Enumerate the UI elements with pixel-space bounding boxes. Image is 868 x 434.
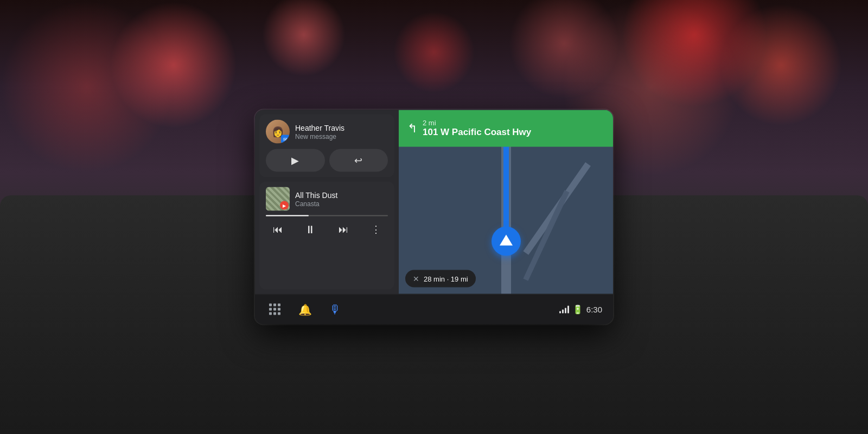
eta-text: 28 min · 19 mi	[424, 275, 468, 283]
progress-bar[interactable]	[266, 215, 388, 216]
grid-dot	[278, 312, 280, 315]
avatar: 👩 ✉	[266, 120, 290, 144]
grid-dot	[278, 304, 280, 307]
grid-dot	[269, 304, 272, 307]
android-auto-screen: 👩 ✉ Heather Travis New message ▶ ↩	[255, 110, 613, 324]
previous-button[interactable]: ⏮	[268, 220, 288, 239]
signal-bar-2	[562, 309, 564, 313]
notification-text: Heather Travis New message	[295, 123, 388, 140]
grid-dot	[278, 308, 280, 311]
eta-bar: ✕ 28 min · 19 mi	[405, 270, 476, 288]
direction-street: 101 W Pacific Coast Hwy	[423, 127, 604, 138]
signal-bar-3	[565, 308, 566, 313]
grid-icon	[269, 304, 280, 315]
status-bar: 🔋 6:30	[559, 304, 602, 315]
skip-forward-icon: ⏭	[339, 224, 348, 235]
clock: 6:30	[586, 305, 602, 314]
left-panel: 👩 ✉ Heather Travis New message ▶ ↩	[255, 110, 399, 294]
reply-button[interactable]: ↩	[329, 149, 388, 172]
signal-bar-1	[559, 311, 561, 313]
grid-dot	[269, 308, 272, 311]
turn-icon: ↰	[407, 122, 417, 136]
signal-bar-4	[567, 305, 569, 313]
battery-icon: 🔋	[572, 304, 583, 315]
mic-icon: 🎙	[329, 302, 341, 316]
direction-banner: ↰ 2 mi 101 W Pacific Coast Hwy	[399, 110, 613, 147]
reply-icon: ↩	[354, 155, 362, 167]
direction-distance: 2 mi	[423, 119, 604, 127]
play-icon: ▶	[291, 155, 299, 167]
next-button[interactable]: ⏭	[334, 220, 353, 239]
signal-strength-icon	[559, 305, 569, 313]
bell-icon: 🔔	[298, 303, 312, 316]
screen-top: 👩 ✉ Heather Travis New message ▶ ↩	[255, 110, 613, 294]
music-info: All This Dust Canasta	[295, 190, 388, 207]
arrow-icon	[500, 235, 513, 246]
more-icon: ⋮	[371, 224, 381, 235]
notification-subtitle: New message	[295, 133, 388, 141]
message-app-badge: ✉	[281, 135, 290, 144]
bottom-nav: 🔔 🎙	[266, 301, 559, 318]
pause-button[interactable]: ⏸	[301, 220, 320, 239]
more-options-button[interactable]: ⋮	[366, 220, 386, 239]
notification-card: 👩 ✉ Heather Travis New message ▶ ↩	[259, 114, 394, 177]
music-controls: ⏮ ⏸ ⏭ ⋮	[266, 220, 388, 239]
direction-info: 2 mi 101 W Pacific Coast Hwy	[423, 119, 604, 138]
pause-icon: ⏸	[305, 223, 316, 235]
notification-header: 👩 ✉ Heather Travis New message	[266, 120, 388, 144]
grid-dot	[273, 312, 276, 315]
grid-dot	[273, 308, 276, 311]
map-section[interactable]: ↰ 2 mi 101 W Pacific Coast Hwy ✕ 28 min …	[399, 110, 613, 294]
skip-back-icon: ⏮	[273, 224, 283, 235]
progress-fill	[266, 215, 309, 216]
song-artist: Canasta	[295, 200, 388, 208]
notification-buttons: ▶ ↩	[266, 149, 388, 172]
album-art: ▶	[266, 187, 290, 211]
grid-dot	[269, 312, 272, 315]
microphone-button[interactable]: 🎙	[327, 301, 344, 318]
notifications-button[interactable]: 🔔	[296, 301, 314, 318]
close-navigation-button[interactable]: ✕	[413, 275, 419, 283]
navigation-arrow	[492, 227, 521, 256]
sender-name: Heather Travis	[295, 123, 388, 132]
music-card: ▶ All This Dust Canasta ⏮ ⏸	[259, 182, 394, 290]
music-header: ▶ All This Dust Canasta	[266, 187, 388, 211]
bottom-bar: 🔔 🎙 🔋 6:30	[255, 294, 613, 324]
grid-dot	[273, 304, 276, 307]
music-app-badge: ▶	[280, 201, 289, 210]
song-title: All This Dust	[295, 190, 388, 200]
play-message-button[interactable]: ▶	[266, 149, 325, 172]
apps-button[interactable]	[266, 301, 283, 318]
